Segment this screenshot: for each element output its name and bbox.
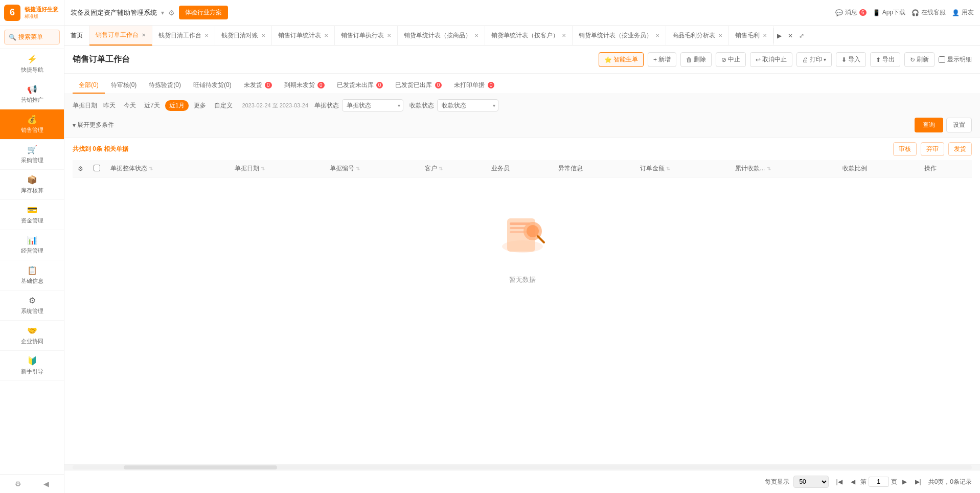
sort-number-icon[interactable]: ⇅ [356, 166, 360, 171]
filter-tab-pending-inspect[interactable]: 待拣验货(0) [143, 78, 187, 94]
filter-tab-overdue-not-shipped[interactable]: 到期未发货 0 [278, 78, 331, 94]
th-settings[interactable]: ⚙ [73, 160, 88, 177]
sidebar-item-finance[interactable]: 💳 资金管理 [0, 200, 64, 230]
delete-btn[interactable]: 🗑 删除 [680, 52, 712, 67]
close-tab-cash-reconcile[interactable]: ✕ [261, 33, 265, 38]
app-download-btn[interactable]: 📱 App下载 [873, 8, 905, 17]
filter-tab-shipped-not-out[interactable]: 已发货未出库 0 [331, 78, 390, 94]
sidebar-item-purchase[interactable]: 🛒 采购管理 [0, 140, 64, 170]
workbench-header: 销售订单工作台 ⭐ 智能生单 + 新增 🗑 删除 [64, 46, 980, 74]
sidebar-item-operations[interactable]: 📊 经营管理 [0, 230, 64, 260]
export-btn[interactable]: ⬆ 导出 [870, 52, 900, 67]
tab-cash-reconcile[interactable]: 钱货日清对账 ✕ [215, 26, 272, 45]
tab-product-margin[interactable]: 商品毛利分析表 ✕ [666, 26, 729, 45]
header-settings-icon[interactable]: ⚙ [168, 9, 175, 17]
ship-btn[interactable]: 发货 [948, 142, 972, 156]
tab-sales-exec[interactable]: 销售订单执行表 ✕ [335, 26, 398, 45]
page-last-btn[interactable]: ▶| [912, 477, 924, 486]
page-input[interactable] [869, 477, 889, 487]
settings-bottom-icon[interactable]: ⚙ [15, 480, 21, 488]
select-all-checkbox[interactable] [94, 165, 100, 171]
page-size-select[interactable]: 50 20 100 [793, 476, 829, 488]
tab-close-all-btn[interactable]: ✕ [785, 28, 796, 43]
industry-btn[interactable]: 体验行业方案 [179, 6, 228, 19]
filter-tab-all[interactable]: 全部(0) [73, 78, 105, 94]
filter-tab-pending-review[interactable]: 待审核(0) [105, 78, 143, 94]
print-btn[interactable]: 🖨 打印 ▾ [796, 52, 832, 67]
page-prev-btn[interactable]: ◀ [848, 477, 858, 486]
filter-setting-btn[interactable]: 设置 [946, 118, 972, 132]
close-tab-product-margin[interactable]: ✕ [718, 33, 722, 38]
sidebar-item-guide[interactable]: 🔰 新手引导 [0, 351, 64, 381]
detail-checkbox-label[interactable]: 显示明细 [939, 55, 972, 64]
smart-create-btn[interactable]: ⭐ 智能生单 [599, 52, 644, 67]
th-checkbox[interactable] [88, 160, 105, 177]
message-btn[interactable]: 💬 消息 6 [835, 8, 867, 17]
status-select[interactable]: 单据状态 [342, 99, 403, 111]
tab-sales-stat-product[interactable]: 销货单统计表（按商品） ✕ [398, 26, 485, 45]
sort-status-icon[interactable]: ⇅ [149, 166, 153, 171]
search-menu-button[interactable]: 🔍 搜索菜单 [4, 30, 60, 44]
sidebar-search[interactable]: 🔍 搜索菜单 [0, 26, 64, 49]
date-1month[interactable]: 近1月 [165, 100, 189, 111]
sidebar-item-marketing[interactable]: 📢 营销推广 [0, 79, 64, 109]
filter-tab-not-printed[interactable]: 未打印单据 0 [448, 78, 500, 94]
collapse-sidebar-icon[interactable]: ◀ [43, 480, 49, 488]
horizontal-scrollbar[interactable] [64, 464, 980, 470]
cancel-review-btn[interactable]: 弃审 [921, 142, 944, 156]
page-next-btn[interactable]: ▶ [899, 477, 910, 486]
date-more[interactable]: 更多 [191, 100, 209, 111]
cancel-stop-btn[interactable]: ↩ 取消中止 [750, 52, 792, 67]
sort-amount-icon[interactable]: ⇅ [666, 166, 670, 171]
close-tab-sales-workbench[interactable]: ✕ [142, 32, 146, 38]
sidebar-item-inventory[interactable]: 📦 库存核算 [0, 170, 64, 200]
query-btn[interactable]: 查询 [915, 118, 943, 132]
import-btn[interactable]: ⬇ 导入 [836, 52, 866, 67]
sidebar-item-basic-info[interactable]: 📋 基础信息 [0, 260, 64, 290]
filter-tab-shipped-out[interactable]: 已发货已出库 0 [389, 78, 448, 94]
sort-date-icon[interactable]: ⇅ [261, 166, 265, 171]
tab-sales-stat-staff[interactable]: 销货单统计表（按业务员） ✕ [573, 26, 666, 45]
close-tab-sales-exec[interactable]: ✕ [387, 33, 391, 38]
date-custom[interactable]: 自定义 [211, 100, 236, 111]
close-tab-sales-stat-customer[interactable]: ✕ [562, 33, 566, 38]
close-tab-sales-stat-product[interactable]: ✕ [474, 33, 478, 38]
tab-expand-btn[interactable]: ⤢ [796, 28, 807, 43]
tab-sales-workbench[interactable]: 销售订单工作台 ✕ [89, 26, 152, 46]
system-dropdown-icon[interactable]: ▾ [161, 9, 164, 16]
page-first-btn[interactable]: |◀ [833, 477, 845, 486]
close-tab-sales-gross[interactable]: ✕ [763, 33, 767, 38]
tab-sales-stats[interactable]: 销售订单统计表 ✕ [272, 26, 335, 45]
close-tab-sales-stats[interactable]: ✕ [324, 33, 328, 38]
stop-btn[interactable]: ⊘ 中止 [716, 52, 746, 67]
sort-customer-icon[interactable]: ⇅ [439, 166, 443, 171]
sidebar-item-quick-nav[interactable]: ⚡ 快捷导航 [0, 49, 64, 79]
cooperation-icon: 🤝 [27, 326, 37, 335]
refresh-btn[interactable]: ↻ 刷新 [904, 52, 935, 67]
add-btn[interactable]: + 新增 [648, 52, 676, 67]
sidebar-item-cooperation[interactable]: 🤝 企业协同 [0, 321, 64, 351]
orders-table: ⚙ 单据整体状态 ⇅ 单据日期 ⇅ [73, 160, 972, 315]
online-service-btn[interactable]: 🎧 在线客服 [911, 8, 946, 17]
tab-home[interactable]: 首页 [64, 26, 89, 45]
scroll-thumb[interactable] [124, 465, 277, 469]
close-tab-sales-stat-staff[interactable]: ✕ [655, 33, 659, 38]
user-btn[interactable]: 👤 用友 [952, 8, 974, 17]
filter-tab-wangpu-pending[interactable]: 旺铺待发货(0) [187, 78, 238, 94]
review-btn[interactable]: 审核 [893, 142, 917, 156]
date-7days[interactable]: 近7天 [141, 100, 163, 111]
sort-collected-icon[interactable]: ⇅ [767, 166, 771, 171]
date-yesterday[interactable]: 昨天 [100, 100, 119, 111]
payment-select[interactable]: 收款状态 [437, 99, 498, 111]
expand-more-btn[interactable]: ▾ 展开更多条件 [73, 121, 114, 129]
date-today[interactable]: 今天 [121, 100, 139, 111]
sidebar-item-sales[interactable]: 💰 销售管理 [0, 109, 64, 140]
detail-checkbox[interactable] [939, 56, 945, 63]
tab-more-btn[interactable]: ▶ [773, 28, 785, 43]
tab-sales-stat-customer[interactable]: 销货单统计表（按客户） ✕ [485, 26, 573, 45]
close-tab-daily-cash[interactable]: ✕ [204, 33, 209, 38]
tab-daily-cash[interactable]: 钱货日清工作台 ✕ [152, 26, 215, 45]
sidebar-item-system[interactable]: ⚙ 系统管理 [0, 290, 64, 321]
filter-tab-not-shipped[interactable]: 未发货 0 [238, 78, 278, 94]
tab-sales-gross[interactable]: 销售毛利 ✕ [729, 26, 773, 45]
